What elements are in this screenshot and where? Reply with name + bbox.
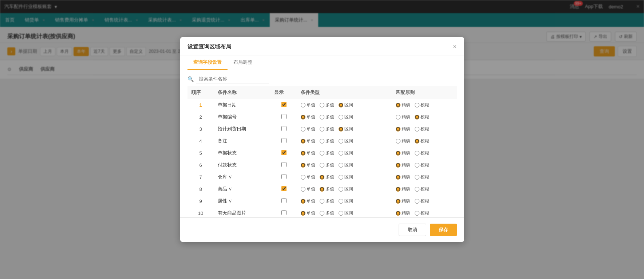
tab-field-settings-label: 查询字段设置	[193, 59, 222, 65]
modal-tabs: 查询字段设置 布局调整	[180, 55, 464, 70]
modal-header: 设置查询区域布局 ×	[180, 37, 464, 55]
modal-title: 设置查询区域布局	[187, 43, 231, 50]
tab-layout-adjust-label: 布局调整	[233, 59, 252, 65]
tab-field-settings[interactable]: 查询字段设置	[187, 55, 228, 70]
modal-close-button[interactable]: ×	[453, 43, 457, 51]
tab-layout-adjust[interactable]: 布局调整	[228, 55, 258, 70]
modal-overlay: 设置查询区域布局 × 查询字段设置 布局调整 🔍 顺序 条件名称	[0, 0, 644, 79]
search-icon: 🔍	[187, 76, 194, 79]
settings-modal: 设置查询区域布局 × 查询字段设置 布局调整 🔍 顺序 条件名称	[180, 37, 464, 79]
search-input[interactable]	[196, 75, 269, 79]
modal-search-area: 🔍	[180, 70, 464, 79]
